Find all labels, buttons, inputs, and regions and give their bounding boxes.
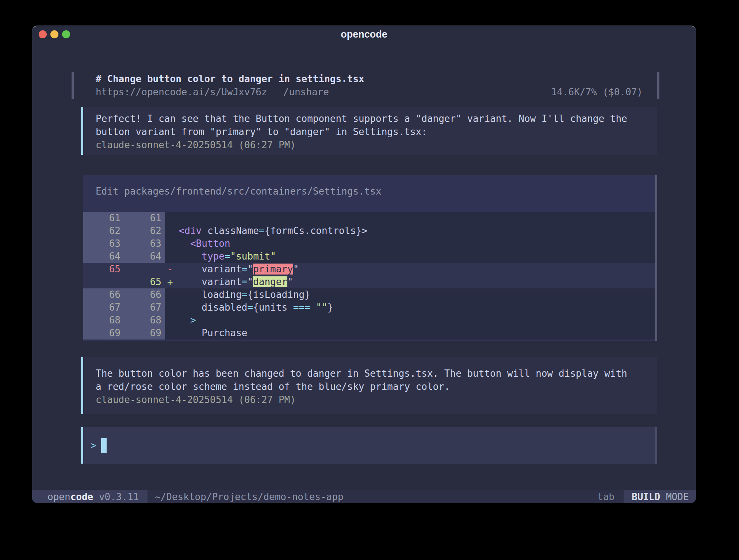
code-line: type="submit" — [173, 250, 276, 263]
diff-marker: - — [167, 263, 173, 276]
edit-card-right-rail — [655, 175, 657, 341]
session-subline: https://opencode.ai/s/UwJxv76z/unshare — [96, 86, 329, 98]
line-number-old: 69 — [83, 327, 124, 340]
message-text-line: a red/rose color scheme instead of the b… — [96, 380, 450, 393]
mode-badge: BUILD MODE — [624, 490, 696, 503]
titlebar[interactable]: opencode — [32, 26, 696, 42]
code-line: disabled={units === ""} — [173, 301, 333, 314]
diff-row: 6464 type="submit" — [83, 250, 657, 263]
message-accent-bar — [81, 107, 83, 155]
line-number-new: 64 — [124, 250, 165, 263]
line-number-new: 62 — [124, 225, 165, 237]
diff-marker — [167, 250, 173, 263]
code-area: <Button — [165, 237, 657, 250]
line-number-new: 61 — [124, 212, 165, 225]
line-number-new: 65 — [124, 276, 165, 288]
assistant-message-2: The button color has been changed to dan… — [81, 357, 657, 414]
line-number-old: 66 — [83, 288, 124, 301]
code-area — [165, 212, 657, 225]
line-number-old: 61 — [83, 212, 124, 225]
line-number-new: 68 — [124, 314, 165, 327]
model-meta: claude-sonnet-4-20250514 (06:27 PM) — [96, 393, 296, 406]
code-line: <div className={formCs.controls}> — [173, 225, 367, 237]
code-area: - variant="primary" — [165, 263, 657, 276]
text-cursor — [101, 438, 107, 453]
code-area: > — [165, 314, 657, 327]
line-number-old — [83, 276, 124, 288]
diff-row: 6666 loading={isLoading} — [83, 288, 657, 301]
working-directory: ~/Desktop/Projects/demo-notes-app — [155, 490, 344, 503]
line-number-old: 62 — [83, 225, 124, 237]
message-text-line: Perfect! I can see that the Button compo… — [96, 112, 627, 125]
session-header: # Change button color to danger in setti… — [72, 72, 659, 99]
diff-marker — [167, 301, 173, 314]
diff-row: 6767 disabled={units === ""} — [83, 301, 657, 314]
edit-tool-header: Edit packages/frontend/src/containers/Se… — [96, 185, 382, 198]
input-right-rail — [655, 427, 657, 464]
message-text-line: The button color has been changed to dan… — [96, 367, 627, 380]
window-title: opencode — [32, 26, 696, 42]
line-number-old: 64 — [83, 250, 124, 263]
code-line: loading={isLoading} — [173, 288, 310, 301]
diff-row: 6969 Purchase — [83, 327, 657, 340]
code-area: <div className={formCs.controls}> — [165, 225, 657, 237]
message-text-line: button variant from "primary" to "danger… — [96, 125, 427, 138]
diff-row: 65+ variant="danger" — [83, 276, 657, 288]
line-number-old: 68 — [83, 314, 124, 327]
code-area: Purchase — [165, 327, 657, 340]
mode-name: BUILD — [632, 491, 660, 502]
code-area: disabled={units === ""} — [165, 301, 657, 314]
diff-marker — [167, 288, 173, 301]
model-meta: claude-sonnet-4-20250514 (06:27 PM) — [96, 138, 296, 151]
diff-row: 65- variant="primary" — [83, 263, 657, 276]
edit-tool-card: Edit packages/frontend/src/containers/Se… — [83, 175, 657, 341]
diff-marker — [167, 212, 173, 225]
code-line: Purchase — [173, 327, 248, 340]
line-number-new: 67 — [124, 301, 165, 314]
line-number-new — [124, 263, 165, 276]
line-number-new: 63 — [124, 237, 165, 250]
code-line: variant="danger" — [173, 276, 293, 288]
line-number-new: 69 — [124, 327, 165, 340]
diff-row: 6868 > — [83, 314, 657, 327]
app-name-bold: code — [70, 491, 93, 502]
line-number-new: 66 — [124, 288, 165, 301]
hint-row: entersend AnthropicClaude Sonnet 4 — [81, 469, 657, 482]
message-accent-bar — [81, 357, 83, 414]
diff-marker: + — [167, 276, 173, 288]
diff-marker — [167, 314, 173, 327]
diff-marker — [167, 237, 173, 250]
status-bar: opencode v0.3.11 ~/Desktop/Projects/demo… — [32, 490, 696, 503]
code-area: + variant="danger" — [165, 276, 657, 288]
app-name-regular: open — [47, 491, 70, 502]
session-title: # Change button color to danger in setti… — [96, 73, 364, 85]
diff-row: 6161 — [83, 212, 657, 225]
opencode-window: opencode # Change button color to danger… — [32, 26, 696, 503]
prompt-symbol: > — [91, 437, 96, 453]
diff-row: 6363 <Button — [83, 237, 657, 250]
input-accent-bar — [81, 427, 83, 464]
app-version-badge: opencode v0.3.11 — [32, 490, 148, 503]
line-number-old: 65 — [83, 263, 124, 276]
session-left-rail — [72, 72, 74, 99]
line-number-old: 63 — [83, 237, 124, 250]
code-line: > — [173, 314, 196, 327]
code-area: loading={isLoading} — [165, 288, 657, 301]
line-number-old: 67 — [83, 301, 124, 314]
unshare-command[interactable]: /unshare — [283, 87, 329, 97]
diff-marker — [167, 225, 173, 237]
app-version: v0.3.11 — [93, 491, 139, 502]
tab-key-hint: tab — [597, 490, 614, 503]
code-line: <Button — [173, 237, 230, 250]
diff-marker — [167, 327, 173, 340]
code-area: type="submit" — [165, 250, 657, 263]
message-input[interactable]: > — [81, 427, 657, 464]
session-right-rail — [657, 72, 659, 99]
share-url-link[interactable]: https://opencode.ai/s/UwJxv76z — [96, 87, 267, 97]
diff-row: 6262 <div className={formCs.controls}> — [83, 225, 657, 237]
mode-suffix: MODE — [660, 491, 689, 502]
diff-table: 6161 6262 <div className={formCs.control… — [83, 212, 657, 340]
context-stats: 14.6K/7% ($0.07) — [551, 86, 643, 98]
code-line: variant="primary" — [173, 263, 299, 276]
assistant-message-1: Perfect! I can see that the Button compo… — [81, 107, 657, 155]
